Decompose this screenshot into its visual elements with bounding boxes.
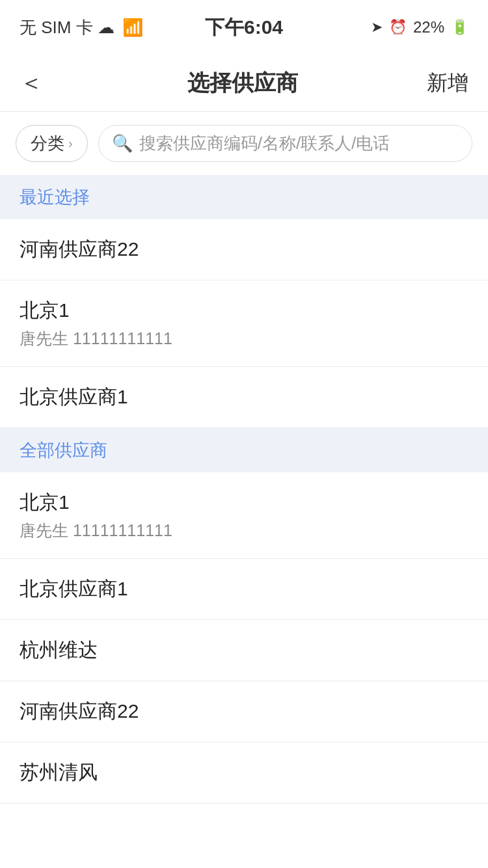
wifi-icon: 📶	[122, 18, 143, 38]
all-list-item[interactable]: 河南供应商22	[0, 681, 488, 742]
category-filter-button[interactable]: 分类 ›	[16, 125, 88, 162]
item-name: 河南供应商22	[20, 698, 468, 725]
all-section-label: 全部供应商	[20, 441, 107, 460]
all-list-item[interactable]: 杭州维达	[0, 620, 488, 681]
back-button[interactable]: ＜	[20, 67, 59, 99]
status-bar: 无 SIM 卡 ☁ 📶 下午6:04 ➤ ⏰ 22% 🔋	[0, 0, 488, 55]
location-icon: ➤	[371, 19, 383, 36]
recent-section-label: 最近选择	[20, 187, 90, 207]
alarm-icon: ⏰	[389, 19, 407, 36]
all-list: 北京1 唐先生 11111111111 北京供应商1 杭州维达 河南供应商22 …	[0, 472, 488, 804]
item-name: 北京供应商1	[20, 576, 468, 603]
battery-icon: 🔋	[451, 19, 468, 36]
category-label: 分类	[31, 132, 64, 155]
all-list-item[interactable]: 北京供应商1	[0, 559, 488, 620]
all-list-item[interactable]: 北京1 唐先生 11111111111	[0, 472, 488, 559]
add-button[interactable]: 新增	[427, 69, 468, 98]
chevron-icon: ›	[68, 136, 73, 151]
recent-list: 河南供应商22 北京1 唐先生 11111111111 北京供应商1	[0, 219, 488, 428]
filter-bar: 分类 › 🔍 搜索供应商编码/名称/联系人/电话	[0, 112, 488, 175]
recent-list-item[interactable]: 河南供应商22	[0, 219, 488, 280]
status-right: ➤ ⏰ 22% 🔋	[371, 18, 468, 36]
status-left: 无 SIM 卡 ☁ 📶	[20, 16, 143, 39]
search-placeholder: 搜索供应商编码/名称/联系人/电话	[139, 132, 390, 155]
all-section-header: 全部供应商	[0, 428, 488, 472]
page-title: 选择供应商	[187, 68, 298, 98]
search-box[interactable]: 🔍 搜索供应商编码/名称/联系人/电话	[98, 125, 472, 162]
all-list-item[interactable]: 苏州清风	[0, 742, 488, 804]
recent-list-item[interactable]: 北京供应商1	[0, 367, 488, 428]
status-time: 下午6:04	[205, 14, 283, 41]
search-icon: 🔍	[112, 133, 133, 154]
recent-list-item[interactable]: 北京1 唐先生 11111111111	[0, 280, 488, 367]
battery-level: 22%	[413, 18, 444, 36]
item-name: 河南供应商22	[20, 236, 468, 263]
recent-section-header: 最近选择	[0, 175, 488, 219]
sim-status: 无 SIM 卡 ☁	[20, 16, 115, 39]
item-name: 杭州维达	[20, 637, 468, 664]
item-name: 苏州清风	[20, 759, 468, 786]
item-name: 北京1	[20, 489, 468, 516]
item-sub: 唐先生 11111111111	[20, 328, 468, 349]
item-name: 北京1	[20, 297, 468, 324]
item-sub: 唐先生 11111111111	[20, 520, 468, 541]
item-name: 北京供应商1	[20, 384, 468, 411]
nav-bar: ＜ 选择供应商 新增	[0, 55, 488, 112]
